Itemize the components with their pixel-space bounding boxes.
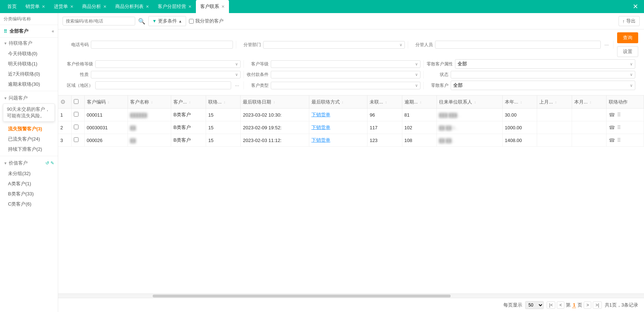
row-last-month [537,109,572,121]
sort-icon[interactable]: ↕ [273,100,275,104]
filter-cell-customer-level: 客户等级 ∨ [244,60,424,68]
filter-cell-status: 状态 ∨ [424,71,638,78]
close-icon[interactable]: ✕ [188,4,192,9]
tab-customer-contact[interactable]: 客户联系 ✕ [196,0,229,13]
tab-product-analysis-list[interactable]: 商品分析列表 ✕ [111,0,153,13]
sort-icon[interactable]: ↕ [108,100,109,104]
sidebar: 🔍 ⠿ 全部客户 « ▼ 待联络客户 今天待联络(0) 明天待联络(1) 近7天… [0,13,58,312]
sidebar-all-customers[interactable]: ⠿ 全部客户 « [0,25,58,38]
row-checkbox[interactable] [71,109,84,121]
chevron-left-icon[interactable]: « [52,29,54,34]
search-button-icon[interactable]: 🔍 [138,18,145,25]
sidebar-group-problem[interactable]: ▼ 问题客户 [0,93,58,104]
my-customers-filter[interactable]: 我分管的客户 [189,18,224,24]
zero-customer-select[interactable]: 全部 ∨ [451,81,635,90]
manager-input[interactable] [435,41,601,49]
row-last-contact-way[interactable]: 下销货单 [309,109,367,121]
row-this-year: 1408.00 [503,134,537,147]
prev-page-button[interactable]: < [557,301,564,309]
sidebar-item-week-pending[interactable]: 近7天待联络(0) [0,69,58,79]
more-action-icon[interactable]: ⠿ [617,125,621,130]
row-type: B类客户 [171,134,206,147]
price-level-select[interactable]: ∨ [95,60,241,68]
per-page-select[interactable]: 50 20 100 [525,301,544,309]
close-icon[interactable]: ✕ [103,4,106,9]
sort-icon[interactable]: ↕ [589,100,591,104]
last-page-button[interactable]: >| [593,301,601,309]
row-index: 1 [58,109,71,121]
tab-product-analysis[interactable]: 商品分析 ✕ [78,0,111,13]
sort-icon[interactable]: ↕ [189,100,191,104]
first-page-button[interactable]: |< [547,301,555,309]
more-action-icon[interactable]: ⠿ [617,137,621,143]
close-icon[interactable]: ✕ [221,4,225,9]
scrollbar-thumb[interactable] [153,295,451,297]
nature-select[interactable]: ∨ [91,71,241,78]
tab-customer-tier[interactable]: 客户分层经营 ✕ [153,0,196,13]
chevron-down-icon: ∨ [630,72,633,77]
edit-icon[interactable]: ✎ [51,161,54,166]
sidebar-group-value[interactable]: ▼ 价值客户 ↺ ✎ [0,158,58,169]
sort-icon[interactable]: ↕ [420,100,422,104]
tab-home[interactable]: 首页 [3,0,21,13]
more-conditions-button[interactable]: ▼ 更多条件 ▲ [148,16,186,26]
region-input[interactable] [95,81,231,89]
filter-row-4: 区域（地区） ··· 客户类型 ∨ 零散客户 全部 ∨ [64,81,638,90]
export-button[interactable]: ↑ 导出 [619,16,640,26]
close-icon[interactable]: ✕ [70,4,73,9]
sort-icon[interactable]: ↕ [474,100,476,104]
setting-button[interactable]: 设置 [617,46,638,57]
sidebar-group-pending[interactable]: ▼ 待联络客户 [0,38,58,49]
settings-icon[interactable]: ⚙ [60,99,65,105]
sidebar-item-today-pending[interactable]: 今天待联络(0) [0,49,58,59]
sidebar-item-ungrouped[interactable]: 未分组(32) [0,169,58,179]
contact-icon[interactable]: ☎ [609,137,615,143]
horizontal-scrollbar[interactable] [58,293,644,298]
contact-icon[interactable]: ☎ [609,112,615,118]
sort-icon[interactable]: ↕ [385,100,387,104]
sidebar-item-a-class[interactable]: A类客户(1) [0,179,58,189]
tab-purchase[interactable]: 进货单 ✕ [49,0,78,13]
row-checkbox[interactable] [71,121,84,134]
tab-sales[interactable]: 销货单 ✕ [21,0,49,13]
sidebar-item-tomorrow-pending[interactable]: 明天待联络(1) [0,59,58,69]
more-icon[interactable]: ··· [603,42,610,48]
customer-type-select[interactable]: ∨ [271,82,420,89]
sidebar-item-churned[interactable]: 已流失客户(24) [0,134,58,144]
sort-icon[interactable]: ↕ [555,100,557,104]
row-last-contact-way[interactable]: 下销货单 [309,134,367,147]
sort-icon[interactable]: ↕ [151,100,153,104]
phone-input[interactable] [91,41,233,49]
payment-select[interactable]: ∨ [271,71,420,78]
action-buttons: 查询 设置 [613,32,638,57]
sort-icon[interactable]: ↕ [224,100,225,104]
sidebar-item-b-class[interactable]: B类客户(33) [0,189,58,199]
th-overdue: 逾期... ↕ [402,96,436,109]
row-checkbox[interactable] [71,134,84,147]
sidebar-item-c-class[interactable]: C类客户(6) [0,199,58,209]
more-action-icon[interactable]: ⠿ [617,112,621,118]
sidebar-item-declining[interactable]: 持续下滑客户(2) [0,144,58,154]
zero-attr-select[interactable]: 全部 ∨ [455,59,635,69]
sidebar-item-churn-warning[interactable]: 流失预警客户(3) [0,124,58,134]
status-select[interactable]: ∨ [451,71,635,78]
refresh-icon[interactable]: ↺ [45,161,49,166]
close-icon[interactable]: ✕ [42,4,45,9]
sort-icon[interactable]: ↕ [520,100,522,104]
filter-search-input[interactable] [63,17,135,25]
department-select[interactable]: ∨ [263,41,405,49]
next-page-button[interactable]: > [584,301,591,309]
more-region-icon[interactable]: ··· [233,82,241,88]
close-icon[interactable]: ✕ [146,4,149,9]
row-last-contact-way[interactable]: 下销货单 [309,121,367,134]
customer-level-select[interactable]: ∨ [271,60,420,68]
select-all-checkbox[interactable] [74,99,79,104]
contact-icon[interactable]: ☎ [609,125,615,130]
query-button[interactable]: 查询 [617,32,638,43]
sidebar-search-input[interactable] [4,16,58,21]
my-customers-checkbox[interactable] [189,19,194,24]
row-code: 000026 [84,134,128,147]
sort-icon[interactable]: ↕ [342,100,343,104]
window-close-button[interactable]: ✕ [630,3,641,11]
sidebar-item-overdue-contact[interactable]: 逾期未联络(30) [0,79,58,89]
